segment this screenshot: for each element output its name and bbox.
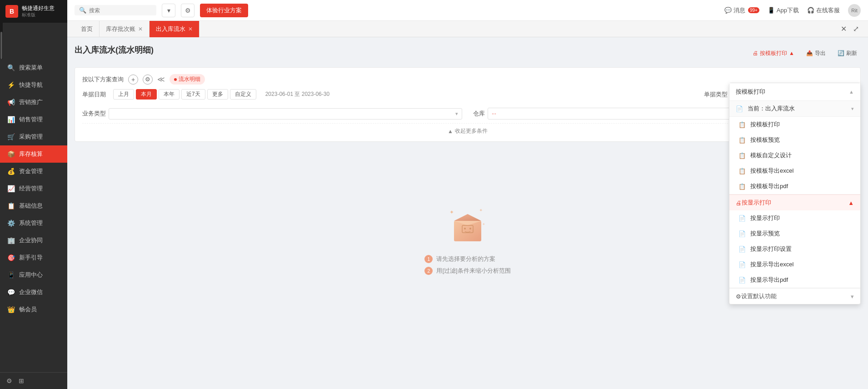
sidebar-item-app-center[interactable]: 📱应用中心 (0, 266, 67, 284)
display-section-header[interactable]: 🖨 按显示打印 ▲ (729, 194, 860, 210)
sidebar: B 畅捷通好生意 标准版 🔍搜索菜单⚡快捷导航📢营销推广📊销售管理🛒采购管理📦库… (0, 0, 67, 389)
display-section-chevron: ▲ (848, 199, 854, 206)
refresh-btn[interactable]: 🔄 刷新 (834, 48, 861, 59)
dropdown-item-template-export-pdf[interactable]: 📋按模板导出pdf (729, 179, 860, 194)
sidebar-item-member[interactable]: 👑畅会员 (0, 301, 67, 318)
step-2-num: 2 (424, 267, 433, 275)
dropdown-item-template-print[interactable]: 📋按模板打印 (729, 117, 860, 132)
topbar-right: 💬 消息 99+ 📱 App下载 🎧 在线客服 Rit (724, 4, 861, 17)
date-tag-更多[interactable]: 更多 (207, 89, 228, 100)
warehouse-label: 仓库 (473, 110, 485, 118)
sidebar-label-basic: 基础信息 (19, 202, 43, 210)
collapse-btn[interactable]: ▲ 收起更多条件 (448, 127, 488, 135)
filter-collapse-arrow[interactable]: ≪ (157, 75, 165, 84)
biz-type-arrow: ▾ (455, 111, 458, 117)
basic-icon: 📋 (6, 202, 15, 209)
sidebar-item-finance[interactable]: 💰资金管理 (0, 163, 67, 180)
tab-label-inout-flow: 出入库流水 (156, 25, 185, 33)
template-export-pdf-icon: 📋 (738, 183, 746, 190)
page-header-right: 🖨 按模板打印 ▲ 📤 导出 🔄 刷新 (749, 48, 861, 59)
sidebar-item-guide[interactable]: 🎯新手引导 (0, 249, 67, 266)
template-print-icon: 📋 (738, 121, 746, 128)
sidebar-item-operations[interactable]: 📈经营管理 (0, 180, 67, 197)
sidebar-label-system: 系统管理 (19, 219, 43, 227)
sidebar-label-inventory: 库存核算 (19, 150, 43, 158)
avatar[interactable]: Rit (848, 4, 861, 17)
dropdown-item-display-export-pdf[interactable]: 📄按显示导出pdf (729, 272, 860, 288)
tab-home[interactable]: 首页 (75, 21, 100, 37)
message-icon: 💬 (724, 7, 732, 14)
date-tag-上月[interactable]: 上月 (113, 89, 134, 100)
print-icon: 🖨 (753, 50, 758, 56)
print-dropdown-panel: 按模板打印 ▲ 📄 当前：出入库流水 ▾ 📋按模板打印📋按模板预览📋模板自定义设… (729, 83, 861, 304)
sidebar-item-inventory[interactable]: 📦库存核算 (0, 145, 67, 163)
search-icon: 🔍 (6, 64, 15, 71)
add-filter-btn[interactable]: + (128, 75, 138, 85)
trial-btn[interactable]: 体验行业方案 (200, 4, 248, 17)
filter-label: 按以下方案查询 (82, 75, 124, 84)
sidebar-item-sales[interactable]: 📊销售管理 (0, 111, 67, 128)
dropdown-btn[interactable]: ▾ (162, 4, 175, 17)
date-tag-自定义[interactable]: 自定义 (230, 89, 256, 100)
dropdown-footer[interactable]: ⚙ 设置默认功能 ▾ (729, 288, 860, 304)
sidebar-item-enterprise[interactable]: 🏢企业协同 (0, 232, 67, 249)
sidebar-item-wechat[interactable]: 💬企业微信 (0, 284, 67, 301)
dropdown-item-template-export-excel[interactable]: 📋按模板导出excel (729, 163, 860, 179)
dropdown-item-display-preview[interactable]: 📄按显示预览 (729, 226, 860, 241)
date-tag-近7天[interactable]: 近7天 (181, 89, 205, 100)
search-input[interactable] (89, 7, 144, 14)
footer-chevron: ▾ (851, 293, 854, 300)
tab-close-all[interactable]: ✕ (839, 23, 848, 35)
sidebar-label-finance: 资金管理 (19, 167, 43, 175)
tab-close-batch-account[interactable]: ✕ (138, 26, 143, 32)
expand-icon[interactable]: ⊞ (19, 377, 24, 384)
sidebar-label-sales: 销售管理 (19, 115, 43, 124)
dropdown-item-display-export-excel[interactable]: 📄按显示导出excel (729, 257, 860, 272)
tab-expand[interactable]: ⤢ (851, 23, 861, 35)
date-tag-本月[interactable]: 本月 (136, 89, 157, 100)
operations-icon: 📈 (6, 185, 15, 192)
flow-tag: 流水明细 (170, 74, 205, 85)
logo-icon: B (5, 5, 18, 18)
message-btn[interactable]: 💬 消息 99+ (724, 6, 759, 15)
sidebar-item-search[interactable]: 🔍搜索菜单 (0, 59, 67, 76)
sidebar-item-quick-nav[interactable]: ⚡快捷导航 (0, 76, 67, 94)
date-tag-本年[interactable]: 本年 (159, 89, 180, 100)
tab-inout-flow[interactable]: 出入库流水✕ (150, 21, 200, 37)
date-range-display: 2023-06-01 至 2023-06-30 (265, 90, 329, 98)
sidebar-item-purchase[interactable]: 🛒采购管理 (0, 128, 67, 145)
dropdown-item-display-print-settings[interactable]: 📄按显示打印设置 (729, 241, 860, 257)
export-btn[interactable]: 📤 导出 (803, 48, 829, 59)
online-service-btn[interactable]: 🎧 在线客服 (807, 6, 840, 15)
print-template-btn[interactable]: 🖨 按模板打印 ▲ (749, 48, 798, 59)
headset-icon: 🎧 (807, 7, 814, 14)
current-template-item[interactable]: 📄 当前：出入库流水 ▾ (729, 101, 860, 117)
dropdown-item-template-preview[interactable]: 📋按模板预览 (729, 132, 860, 148)
biz-type-field: 业务类型 ▾ (82, 108, 462, 120)
empty-steps: 1 请先选择要分析的方案 2 用[过滤]条件来缩小分析范围 (424, 255, 510, 279)
sidebar-label-search: 搜索菜单 (19, 64, 43, 72)
search-box[interactable]: 🔍 (75, 5, 156, 15)
dropdown-header[interactable]: 按模板打印 ▲ (729, 83, 860, 101)
sidebar-item-basic[interactable]: 📋基础信息 (0, 197, 67, 214)
wechat-icon: 💬 (6, 289, 15, 296)
svg-point-6 (469, 228, 471, 229)
dropdown-item-template-custom[interactable]: 📋模板自定义设计 (729, 148, 860, 163)
message-badge: 99+ (748, 7, 759, 13)
svg-text:✦: ✦ (449, 209, 454, 215)
sidebar-logo: B 畅捷通好生意 标准版 (0, 0, 67, 23)
settings-icon[interactable]: ⚙ (6, 377, 12, 384)
warehouse-more[interactable]: ··· (492, 110, 496, 117)
biz-type-input[interactable]: ▾ (109, 108, 462, 120)
filter-settings-icon[interactable]: ⚙ (143, 75, 153, 85)
tab-close-inout-flow[interactable]: ✕ (188, 26, 193, 32)
sidebar-item-marketing[interactable]: 📢营销推广 (0, 94, 67, 111)
settings-btn[interactable]: ⚙ (181, 4, 195, 17)
app-download-btn[interactable]: 📱 App下载 (768, 6, 799, 15)
step-2: 2 用[过滤]条件来缩小分析范围 (424, 267, 510, 275)
dropdown-item-display-print[interactable]: 📄按显示打印 (729, 210, 860, 226)
sidebar-label-marketing: 营销推广 (19, 98, 43, 106)
sidebar-item-system[interactable]: ⚙️系统管理 (0, 214, 67, 232)
tab-batch-account[interactable]: 库存批次账✕ (100, 21, 150, 37)
sidebar-label-app-center: 应用中心 (19, 271, 43, 279)
